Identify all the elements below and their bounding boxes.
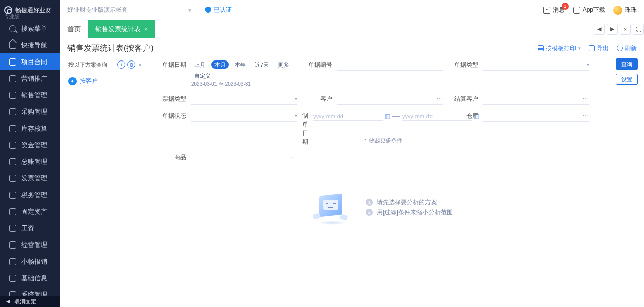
invoice-type-select[interactable] <box>191 95 297 105</box>
search-icon <box>9 25 16 32</box>
export-icon <box>589 45 595 51</box>
sidebar-item-fixed-asset[interactable]: 固定资产 <box>0 203 60 220</box>
add-scheme-button[interactable]: + <box>117 60 125 69</box>
user-menu[interactable]: 珠珠 <box>613 6 637 15</box>
refresh-icon <box>616 44 623 52</box>
list-icon <box>9 275 16 282</box>
scheme-header: 按以下方案查询 + ⚙ « <box>68 60 142 69</box>
voucher-state-select[interactable] <box>191 112 297 122</box>
sidebar-item-search-menu[interactable]: 搜索菜单 <box>0 20 60 37</box>
sidebar-item-inventory[interactable]: 库存核算 <box>0 120 60 137</box>
settings-button[interactable]: 设置 <box>616 74 638 85</box>
sidebar-item-funds[interactable]: 资金管理 <box>0 137 60 153</box>
empty-text: 1请先选择要分析的方案 2用[过滤]条件来缩小分析范围 <box>366 197 453 218</box>
tab-close-icon[interactable]: × <box>144 26 147 32</box>
settle-customer-input[interactable] <box>483 95 589 105</box>
scheme-item-by-customer[interactable]: ✦ 按客户 <box>68 77 142 85</box>
chip-more[interactable]: 更多 <box>275 60 292 69</box>
chip-last-month[interactable]: 上月 <box>191 60 208 69</box>
page-header: 销售发票统计表(按客户) 按模板打印▾ 导出 刷新 <box>60 38 644 58</box>
refresh-button[interactable]: 刷新 <box>617 44 637 53</box>
calendar-icon[interactable]: ▥ <box>385 113 390 120</box>
sidebar-item-sales[interactable]: 销售管理 <box>0 87 60 103</box>
chip-this-month[interactable]: 本月 <box>211 60 229 69</box>
goods-picker-icon[interactable]: ··· <box>291 153 297 160</box>
query-button[interactable]: 查询 <box>616 58 638 70</box>
home-icon <box>9 42 16 49</box>
empty-state: 1请先选择要分析的方案 2用[过滤]条件来缩小分析范围 <box>156 190 609 225</box>
coin-icon <box>9 142 16 149</box>
topbar: 好业财专业版演示帐套 ▾ 已认证 消息 1 App下载 珠珠 <box>60 0 644 20</box>
verified-badge: 已认证 <box>205 6 232 14</box>
grid-icon <box>9 75 16 82</box>
messages-button[interactable]: 消息 1 <box>543 6 565 14</box>
book-icon <box>9 158 16 165</box>
voucher-date-chips: 上月 本月 本年 近7天 更多 自定义 <box>191 60 297 80</box>
badge-icon <box>9 192 16 199</box>
collapse-filters-button[interactable]: 收起更多条件 <box>156 135 609 145</box>
cart-icon <box>9 108 16 115</box>
tab-close-all-button[interactable]: × <box>620 24 631 35</box>
customer-picker-icon[interactable]: ··· <box>437 95 443 102</box>
sidebar: 畅捷通好业财 专业版 搜索菜单 快捷导航 项目合同 营销推广 销售管理 采购管理… <box>0 0 60 307</box>
settle-customer-picker-icon[interactable]: ··· <box>583 95 589 102</box>
chip-this-year[interactable]: 本年 <box>232 60 249 69</box>
customer-input[interactable] <box>337 95 443 105</box>
step-1-badge: 1 <box>366 199 373 206</box>
step-2-badge: 2 <box>366 209 373 216</box>
sidebar-item-quick-nav[interactable]: 快捷导航 <box>0 37 60 53</box>
receipt-icon <box>9 175 16 182</box>
collapse-scheme-icon[interactable]: « <box>138 61 142 68</box>
filter-form: 单据日期 上月 本月 本年 近7天 更多 自定义 2023-03-01 至 20… <box>156 58 609 168</box>
print-template-button[interactable]: 按模板打印▾ <box>538 44 581 53</box>
scheme-title: 按以下方案查询 <box>68 61 115 69</box>
maker-date-from-input[interactable] <box>313 112 383 121</box>
print-icon <box>538 45 544 51</box>
export-button[interactable]: 导出 <box>589 44 609 53</box>
sidebar-item-invoice[interactable]: 发票管理 <box>0 170 60 187</box>
scheme-icon: ✦ <box>68 77 77 85</box>
voucher-date-range: 2023-03-01 至 2023-03-31 <box>191 81 297 88</box>
date-range-separator: — <box>392 112 400 121</box>
message-badge: 1 <box>562 3 569 10</box>
tab-next-button[interactable]: ▶ <box>607 24 618 35</box>
warehouse-picker-icon[interactable]: ··· <box>583 112 589 119</box>
scheme-settings-button[interactable]: ⚙ <box>127 60 135 69</box>
app-download-button[interactable]: App下载 <box>573 6 605 14</box>
chip-custom[interactable]: 自定义 <box>191 72 214 80</box>
voucher-state-label: 单据状态 <box>156 112 186 120</box>
tab-fullscreen-button[interactable]: ⛶ <box>633 24 644 35</box>
sidebar-item-tax[interactable]: 税务管理 <box>0 187 60 203</box>
tab-prev-button[interactable]: ◀ <box>594 24 605 35</box>
invoice-type-label: 票据类型 <box>156 95 186 103</box>
sidebar-item-basic-info[interactable]: 基础信息 <box>0 270 60 286</box>
box-icon <box>9 92 16 99</box>
voucher-date-label: 单据日期 <box>156 60 186 69</box>
settle-customer-label: 结算客户 <box>448 95 478 103</box>
sidebar-item-marketing[interactable]: 营销推广 <box>0 70 60 87</box>
voucher-type-select[interactable] <box>483 61 589 71</box>
sidebar-nav: 搜索菜单 快捷导航 项目合同 营销推广 销售管理 采购管理 库存核算 资金管理 … <box>0 20 60 296</box>
chip-last-7-days[interactable]: 近7天 <box>252 60 272 69</box>
tabbar: 首页 销售发票统计表 × ◀ ▶ × ⛶ <box>60 20 644 38</box>
warehouse-input[interactable] <box>483 112 589 122</box>
sidebar-item-operation[interactable]: 经营管理 <box>0 236 60 253</box>
shield-icon <box>205 7 211 14</box>
sidebar-item-system[interactable]: 系统管理 <box>0 286 60 296</box>
sidebar-item-ledger[interactable]: 总账管理 <box>0 153 60 170</box>
circle-icon <box>9 258 16 265</box>
chevron-down-icon: ▾ <box>188 7 191 14</box>
voucher-no-input[interactable] <box>337 61 443 71</box>
unpin-sidebar-button[interactable]: 取消固定 <box>0 296 60 307</box>
avatar-icon <box>613 6 622 15</box>
tab-home[interactable]: 首页 <box>60 20 88 38</box>
sidebar-item-purchase[interactable]: 采购管理 <box>0 103 60 120</box>
account-selector[interactable]: 好业财专业版演示帐套 <box>67 6 128 14</box>
goods-input[interactable] <box>191 154 297 163</box>
sidebar-item-expense[interactable]: 小畅报销 <box>0 253 60 270</box>
tab-sales-invoice-stats[interactable]: 销售发票统计表 × <box>88 20 155 38</box>
sidebar-item-project-contract[interactable]: 项目合同 <box>0 53 60 70</box>
cube-icon <box>9 208 16 215</box>
sidebar-item-salary[interactable]: 工资 <box>0 220 60 236</box>
page-title: 销售发票统计表(按客户) <box>67 43 538 54</box>
